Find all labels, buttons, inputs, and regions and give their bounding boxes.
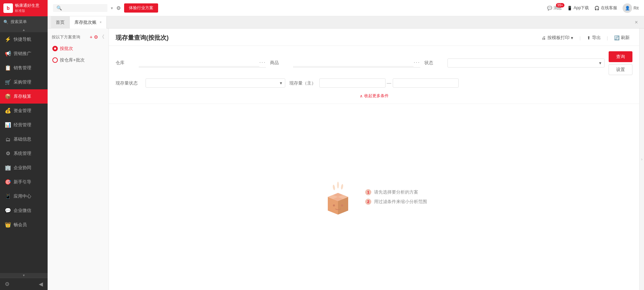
nav-list: ⚡ 快捷导航 📢 营销推广 📋 销售管理 🛒 采购管理 📦 库存核算 💰 资金管… xyxy=(0,32,48,273)
warehouse-input[interactable] xyxy=(139,58,259,67)
app-subtitle: 标准版 xyxy=(15,8,39,13)
sidebar-item-finance[interactable]: 💰 资金管理 xyxy=(0,104,48,118)
action-buttons: 查询 设置 xyxy=(609,51,632,75)
settings-icon[interactable]: ⚙ xyxy=(5,281,10,287)
tab-batch[interactable]: 库存批次账 × xyxy=(70,16,107,29)
warehouse-field: 仓库 ··· xyxy=(116,58,266,68)
stock-qty-min-input[interactable] xyxy=(319,78,386,88)
tab-home[interactable]: 首页 xyxy=(51,16,70,29)
stock-status-dropdown-icon: ▾ xyxy=(280,80,282,86)
scroll-down-area: ▼ xyxy=(0,273,48,278)
app-download-label: App下载 xyxy=(574,5,589,11)
user-avatar-action[interactable]: 👤 Rit xyxy=(623,3,639,13)
plan-item-batch[interactable]: 按批次 xyxy=(48,43,108,54)
tab-panel-close-button[interactable]: × xyxy=(632,19,641,25)
action-separator-2: | xyxy=(607,35,608,40)
svg-point-9 xyxy=(341,204,343,206)
sidebar-item-sales[interactable]: 📋 销售管理 xyxy=(0,61,48,75)
scroll-down-button[interactable]: ▼ xyxy=(0,273,48,278)
scroll-up-button[interactable]: ▲ xyxy=(0,28,48,32)
sidebar-item-wechat[interactable]: 💬 企业微信 xyxy=(0,203,48,218)
hint-num-1: 1 xyxy=(365,189,371,195)
message-icon: 💬 xyxy=(547,6,552,11)
add-plan-icon[interactable]: + xyxy=(90,34,92,40)
plan-item-warehouse-batch[interactable]: 按仓库+批次 xyxy=(48,54,108,66)
phone-icon: 📱 xyxy=(567,6,572,11)
printer-icon: 🖨 xyxy=(542,35,546,40)
warehouse-label: 仓库 xyxy=(116,60,136,66)
sidebar-item-marketing[interactable]: 📢 营销推广 xyxy=(0,47,48,61)
empty-hint-2: 2 用过滤条件来缩小分析范围 xyxy=(365,199,427,205)
settings-button[interactable]: 设置 xyxy=(609,64,632,75)
topbar-search-icon: 🔍 xyxy=(56,5,62,11)
warehouse-more-icon[interactable]: ··· xyxy=(259,59,266,66)
sidebar-item-label: 库存核算 xyxy=(14,93,31,99)
scroll-up-area: ▲ xyxy=(0,28,48,32)
sidebar-item-label: 资金管理 xyxy=(14,108,31,114)
sidebar-item-enterprise[interactable]: 🏢 企业协同 xyxy=(0,161,48,175)
stock-status-label: 现存量状态 xyxy=(116,80,143,86)
refresh-label: 刷新 xyxy=(621,35,630,41)
customer-service-label: 在线客服 xyxy=(601,5,617,11)
customer-service-action[interactable]: 🎧 在线客服 xyxy=(594,5,617,11)
plan-label-batch: 按批次 xyxy=(60,46,73,52)
message-action[interactable]: 💬 消息 99+ xyxy=(547,5,562,11)
sidebar-item-newbie[interactable]: 🎯 新手引导 xyxy=(0,175,48,189)
tab-batch-label: 库存批次账 xyxy=(74,19,97,25)
refresh-button[interactable]: 🔄 刷新 xyxy=(611,33,632,42)
sidebar-item-purchase[interactable]: 🛒 采购管理 xyxy=(0,75,48,89)
status-dropdown-icon: ▾ xyxy=(599,60,601,66)
svg-point-1 xyxy=(337,182,339,188)
sidebar-item-apps[interactable]: 📱 应用中心 xyxy=(0,189,48,203)
stock-status-select[interactable]: ▾ xyxy=(146,78,285,88)
right-collapse-handle[interactable]: › xyxy=(639,29,644,290)
plan-dot-filled xyxy=(52,46,58,51)
sidebar-item-system[interactable]: ⚙ 系统管理 xyxy=(0,146,48,161)
stock-qty-range: — xyxy=(319,78,459,88)
sidebar-search[interactable]: 🔍 搜索菜单 xyxy=(0,16,48,28)
app-title-block: 畅康通好生意 标准版 xyxy=(15,3,39,13)
export-label: 导出 xyxy=(592,35,601,41)
app-logo: b xyxy=(3,3,13,13)
tabbar: 首页 库存批次账 × × xyxy=(48,16,644,29)
tab-batch-close[interactable]: × xyxy=(100,20,102,24)
filter-row-2: 现存量状态 ▾ 现存量（主） — xyxy=(116,78,632,88)
sales-icon: 📋 xyxy=(5,65,11,71)
export-button[interactable]: ⬆ 导出 xyxy=(584,33,604,42)
sidebar-item-label: 经营管理 xyxy=(14,122,31,128)
hint-text-2: 用过滤条件来缩小分析范围 xyxy=(374,199,427,205)
sidebar-item-shortcut[interactable]: ⚡ 快捷导航 xyxy=(0,32,48,47)
topbar-search-box[interactable]: 🔍 xyxy=(53,4,107,12)
main-area: 🔍 ▾ ⚙ 体验行业方案 💬 消息 99+ 📱 App下载 🎧 在线客服 👤 R xyxy=(48,0,644,290)
query-button[interactable]: 查询 xyxy=(609,51,632,62)
product-more-icon[interactable]: ··· xyxy=(413,59,420,66)
collapse-sidebar-icon[interactable]: ◀ xyxy=(39,281,43,287)
sidebar-item-operations[interactable]: 📊 经营管理 xyxy=(0,118,48,132)
sidebar-item-basic[interactable]: 🗂 基础信息 xyxy=(0,132,48,146)
sidebar-item-inventory[interactable]: 📦 库存核算 xyxy=(0,89,48,104)
right-content: 现存量查询(按批次) 🖨 按模板打印 ▾ | ⬆ 导出 | 🔄 xyxy=(109,29,639,290)
panel-collapse-icon[interactable]: 《 xyxy=(100,34,104,40)
panel-header-actions: + ⚙ 《 xyxy=(90,34,104,40)
svg-point-8 xyxy=(333,204,335,206)
panel-header: 按以下方案查询 + ⚙ 《 xyxy=(48,33,108,43)
empty-state: 1 请先选择要分析的方案 2 用过滤条件来缩小分析范围 xyxy=(109,104,639,290)
topbar-search-input[interactable] xyxy=(64,6,104,11)
sidebar-item-label: 系统管理 xyxy=(14,150,31,157)
plan-settings-icon[interactable]: ⚙ xyxy=(94,34,98,40)
sidebar-item-member[interactable]: 👑 畅会员 xyxy=(0,218,48,232)
action-separator-1: | xyxy=(579,35,580,40)
sidebar: b 畅康通好生意 标准版 🔍 搜索菜单 ▲ ⚡ 快捷导航 📢 营销推广 📋 销售… xyxy=(0,0,48,290)
wechat-icon: 💬 xyxy=(5,207,11,214)
experience-button[interactable]: 体验行业方案 xyxy=(124,3,158,13)
headset-icon: 🎧 xyxy=(594,6,599,11)
topbar-gear-icon[interactable]: ⚙ xyxy=(116,5,121,11)
enterprise-icon: 🏢 xyxy=(5,165,11,171)
topbar-dropdown-icon[interactable]: ▾ xyxy=(111,6,113,11)
stock-qty-max-input[interactable] xyxy=(393,78,459,88)
collapse-filter-button[interactable]: ∧ 收起更多条件 xyxy=(116,91,632,99)
product-input[interactable] xyxy=(293,58,414,67)
app-download-action[interactable]: 📱 App下载 xyxy=(567,5,589,11)
status-select[interactable]: ▾ xyxy=(447,58,605,68)
print-button[interactable]: 🖨 按模板打印 ▾ xyxy=(539,33,576,42)
